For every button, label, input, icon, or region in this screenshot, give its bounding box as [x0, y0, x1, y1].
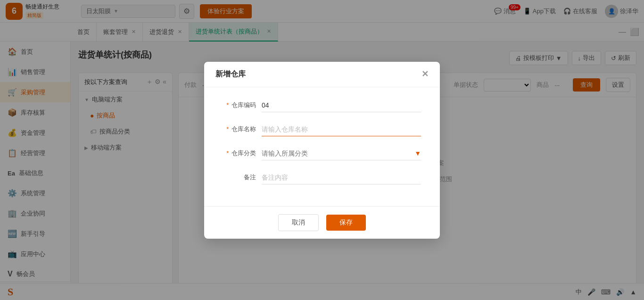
warehouse-category-row: * 仓库分类 ▼ — [223, 147, 421, 160]
dialog-header: 新增仓库 ✕ — [204, 62, 440, 87]
code-required-star: * — [226, 101, 229, 108]
cancel-button[interactable]: 取消 — [278, 214, 319, 231]
warehouse-code-input[interactable] — [262, 99, 421, 112]
warehouse-code-row: * 仓库编码 — [223, 99, 421, 112]
category-select-row[interactable]: ▼ — [262, 147, 421, 160]
remark-row: 备注 — [223, 171, 421, 184]
new-warehouse-dialog: 新增仓库 ✕ * 仓库编码 * 仓库名称 — [204, 62, 440, 239]
name-required-star: * — [226, 125, 229, 133]
category-required-star: * — [226, 150, 229, 157]
remark-label: 备注 — [223, 173, 256, 182]
category-arrow-icon: ▼ — [414, 150, 421, 157]
dialog-title: 新增仓库 — [215, 69, 246, 79]
category-label: * 仓库分类 — [223, 149, 256, 158]
dialog-body: * 仓库编码 * 仓库名称 * 仓库分类 — [204, 87, 440, 206]
remark-input[interactable] — [262, 171, 421, 184]
dialog-close-icon[interactable]: ✕ — [421, 70, 429, 78]
dialog-overlay: 新增仓库 ✕ * 仓库编码 * 仓库名称 — [0, 0, 644, 300]
warehouse-name-input[interactable] — [262, 123, 421, 136]
category-select-input[interactable] — [262, 150, 414, 157]
code-label: * 仓库编码 — [223, 101, 256, 109]
save-button[interactable]: 保存 — [326, 215, 366, 231]
name-label: * 仓库名称 — [223, 125, 256, 133]
warehouse-name-row: * 仓库名称 — [223, 123, 421, 136]
dialog-footer: 取消 保存 — [204, 206, 440, 239]
